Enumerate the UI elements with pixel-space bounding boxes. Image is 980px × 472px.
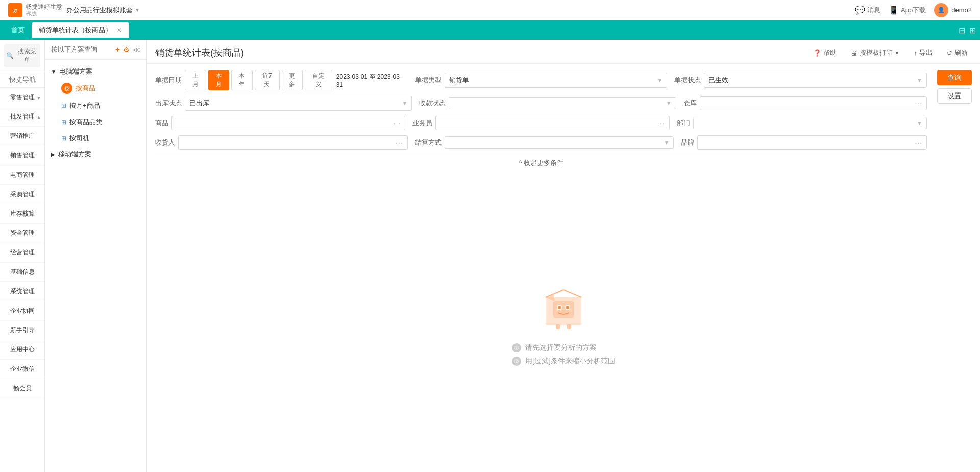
- sidebar-item-enterprise[interactable]: 企业协同: [0, 301, 44, 321]
- out-chevron-icon: ▼: [402, 100, 407, 106]
- add-scheme-button[interactable]: +: [115, 45, 120, 54]
- dept-label: 部门: [677, 119, 690, 128]
- empty-tips: ① 请先选择要分析的方案 ② 用[过滤]条件来缩小分析范围: [512, 343, 615, 370]
- tip-num-2: ②: [512, 357, 521, 366]
- filter-row-1: 单据日期 上月 本月 本年 近7天 更多 自定义 2023-03-01 至 20…: [155, 70, 927, 90]
- chevron-down-icon: ▼: [51, 69, 56, 75]
- empty-tip-2: ② 用[过滤]条件来缩小分析范围: [512, 357, 615, 366]
- tab-bar: 首页 销货单统计表（按商品） ✕ ⊟ ⊞: [0, 20, 980, 40]
- staff-label: 业务员: [412, 119, 432, 128]
- sidebar-item-sales[interactable]: 销售管理: [0, 146, 44, 166]
- filter-item-by-month-product[interactable]: ⊞ 按月+商品: [45, 98, 146, 114]
- sidebar-item-apps[interactable]: 应用中心: [0, 340, 44, 360]
- type-select[interactable]: 销货单 ▼: [445, 73, 668, 88]
- btn-custom[interactable]: 自定义: [305, 70, 332, 90]
- status-select[interactable]: 已生效 ▼: [704, 73, 927, 88]
- tab-expand-icon[interactable]: ⊞: [969, 26, 976, 35]
- grid-icon: ⊞: [61, 102, 66, 109]
- receipt-status-select[interactable]: ▼: [449, 97, 676, 109]
- help-button[interactable]: ❓ 帮助: [809, 46, 841, 59]
- sidebar-item-retail[interactable]: 零售管理 ▼: [0, 88, 44, 107]
- chevron-up-icon: ▲: [36, 114, 41, 120]
- filter-item-by-product[interactable]: 按 按商品: [45, 79, 146, 98]
- sidebar-item-ecommerce[interactable]: 电商管理: [0, 166, 44, 185]
- tab-minimize-icon[interactable]: ⊟: [959, 26, 965, 35]
- sidebar-item-wholesale[interactable]: 批发管理 ▲: [0, 107, 44, 127]
- sidebar-item-guide[interactable]: 新手引导: [0, 321, 44, 340]
- dept-select[interactable]: ▼: [693, 117, 927, 129]
- workspace-selector[interactable]: 办公用品行业模拟账套 ▼: [66, 6, 140, 15]
- filter-row-3: 商品 ··· 业务员 ··· 部门 ▼: [155, 116, 927, 130]
- btn-this-year[interactable]: 本年: [231, 70, 253, 90]
- refresh-button[interactable]: ↺ 刷新: [943, 46, 972, 59]
- empty-illustration: [533, 272, 594, 333]
- svg-point-7: [566, 306, 569, 309]
- tab-home[interactable]: 首页: [4, 22, 32, 38]
- sidebar-item-system[interactable]: 系统管理: [0, 282, 44, 301]
- logo-icon: 好: [8, 3, 22, 17]
- filter-scheme-list: ▼ 电脑端方案 按 按商品 ⊞ 按月+商品 ⊞ 按商品品类 ⊞: [45, 60, 146, 166]
- top-header: 好 畅捷通好生意 标版 办公用品行业模拟账套 ▼ 💬 消息 📱 App下载 👤 …: [0, 0, 980, 20]
- chevron-down-icon: ▼: [135, 7, 140, 13]
- goods-input[interactable]: ···: [172, 116, 405, 130]
- sidebar-item-purchase[interactable]: 采购管理: [0, 185, 44, 204]
- collapse-panel-button[interactable]: ≪: [133, 45, 140, 54]
- empty-tip-1: ① 请先选择要分析的方案: [512, 343, 615, 352]
- export-button[interactable]: ↑ 导出: [910, 46, 937, 59]
- print-template-button[interactable]: 🖨 按模板打印 ▼: [847, 46, 904, 59]
- filter-category-pc[interactable]: ▼ 电脑端方案: [45, 64, 146, 79]
- sidebar-item-wechat[interactable]: 企业微信: [0, 360, 44, 379]
- date-control: 上月 本月 本年 近7天 更多 自定义 2023-03-01 至 2023-03…: [185, 70, 408, 90]
- sidebar-item-operations[interactable]: 经营管理: [0, 243, 44, 263]
- filter-item-by-driver[interactable]: ⊞ 按司机: [45, 130, 146, 147]
- svg-point-6: [558, 306, 561, 309]
- app-download-action[interactable]: 📱 App下载: [889, 5, 926, 15]
- staff-dots-icon: ···: [657, 119, 665, 127]
- sidebar-item-basic[interactable]: 基础信息: [0, 263, 44, 282]
- refresh-icon: ↺: [947, 49, 952, 57]
- btn-this-month[interactable]: 本月: [208, 70, 230, 90]
- tab-close-icon[interactable]: ✕: [117, 27, 122, 34]
- edit-scheme-button[interactable]: ⚙: [123, 45, 130, 54]
- settings-button[interactable]: 设置: [937, 88, 972, 104]
- btn-last-month[interactable]: 上月: [185, 70, 206, 90]
- filter-item-by-category[interactable]: ⊞ 按商品品类: [45, 114, 146, 130]
- staff-input[interactable]: ···: [435, 116, 669, 130]
- query-button[interactable]: 查询: [937, 70, 972, 85]
- btn-last-7days[interactable]: 近7天: [255, 70, 279, 90]
- collapse-conditions-btn[interactable]: ^ 收起更多条件: [155, 155, 927, 170]
- out-status-select[interactable]: 已出库 ▼: [185, 96, 412, 111]
- sidebar-item-marketing[interactable]: 营销推广: [0, 127, 44, 146]
- active-scheme-indicator: 按: [61, 83, 72, 94]
- right-action-buttons: 查询 设置: [937, 70, 972, 170]
- sidebar-item-member[interactable]: 畅会员: [0, 379, 44, 398]
- brand-input[interactable]: ···: [697, 135, 927, 150]
- goods-dots-icon: ···: [394, 119, 401, 127]
- date-range-display: 2023-03-01 至 2023-03-31: [336, 73, 408, 88]
- filter-category-mobile[interactable]: ▶ 移动端方案: [45, 147, 146, 162]
- grid-icon2: ⊞: [61, 119, 66, 126]
- filter-row-4: 收货人 ··· 结算方式 ▼ 品牌 ···: [155, 135, 927, 150]
- message-action[interactable]: 💬 消息: [855, 5, 880, 15]
- header-right: 💬 消息 📱 App下载 👤 demo2: [855, 3, 972, 17]
- sidebar: 🔍 搜索菜单 快捷导航 零售管理 ▼ 批发管理 ▲ 营销推广 销售管理 电商管理…: [0, 40, 45, 472]
- user-area[interactable]: 👤 demo2: [934, 3, 972, 17]
- filter-fields: 单据日期 上月 本月 本年 近7天 更多 自定义 2023-03-01 至 20…: [155, 70, 927, 170]
- message-icon: 💬: [855, 5, 865, 15]
- receipt-status-label: 收款状态: [419, 99, 446, 108]
- tip-num-1: ①: [512, 343, 521, 352]
- search-menu-button[interactable]: 🔍 搜索菜单: [4, 44, 40, 67]
- filter-form-area: 单据日期 上月 本月 本年 近7天 更多 自定义 2023-03-01 至 20…: [147, 64, 980, 170]
- receiver-input[interactable]: ···: [178, 135, 408, 150]
- pay-type-select[interactable]: ▼: [445, 136, 674, 149]
- page-title: 销货单统计表(按商品): [155, 46, 244, 59]
- sidebar-quick-nav[interactable]: 快捷导航: [0, 72, 44, 88]
- logo-text: 畅捷通好生意 标版: [26, 3, 62, 17]
- receipt-chevron-icon: ▼: [666, 100, 672, 106]
- sidebar-item-inventory[interactable]: 库存核算: [0, 204, 44, 224]
- btn-more[interactable]: 更多: [282, 70, 303, 90]
- tab-active[interactable]: 销货单统计表（按商品） ✕: [32, 22, 129, 38]
- sidebar-item-finance[interactable]: 资金管理: [0, 224, 44, 243]
- warehouse-input[interactable]: ···: [700, 96, 927, 110]
- tab-bar-actions: ⊟ ⊞: [959, 26, 976, 35]
